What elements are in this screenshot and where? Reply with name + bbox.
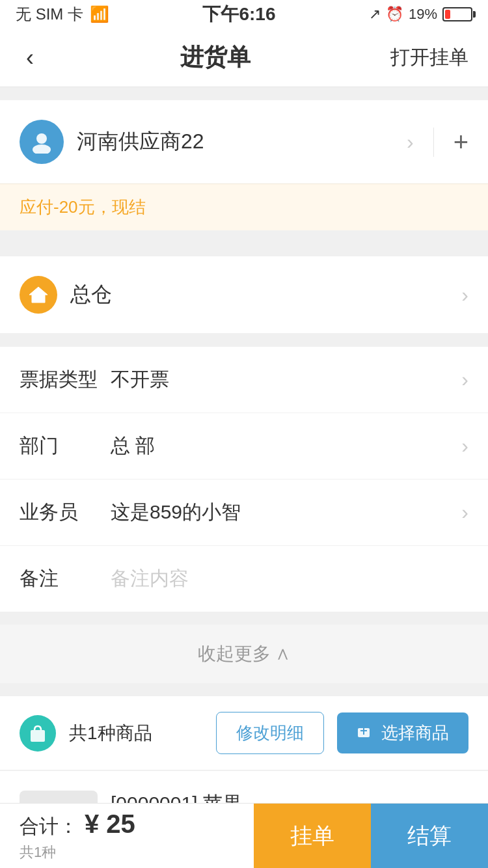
- status-bar-time: 下午6:16: [202, 2, 275, 27]
- modify-detail-button[interactable]: 修改明细: [216, 712, 324, 754]
- sales-label: 业务员: [20, 499, 98, 526]
- chevron-right-icon: ›: [461, 500, 468, 524]
- notice-bar: 应付-20元，现结: [0, 183, 488, 230]
- person-icon: [30, 130, 53, 154]
- chevron-right-icon: ›: [461, 368, 468, 392]
- home-icon: [28, 286, 49, 304]
- total-section: 合计： ¥ 25 共1种: [0, 804, 254, 868]
- supplier-section: 河南供应商22 › + 应付-20元，现结: [0, 100, 488, 230]
- sales-row[interactable]: 业务员 这是859的小智 ›: [0, 479, 488, 545]
- remark-row[interactable]: 备注 备注内容: [0, 545, 488, 612]
- status-bar-left: 无 SIM 卡 📶: [16, 4, 109, 25]
- carrier-label: 无 SIM 卡: [16, 4, 83, 25]
- open-hang-button[interactable]: 打开挂单: [390, 44, 468, 71]
- form-divider: [0, 333, 488, 346]
- remark-label: 备注: [20, 565, 98, 592]
- svg-point-0: [36, 133, 47, 144]
- dept-label: 部门: [20, 433, 98, 459]
- svg-rect-3: [31, 730, 45, 742]
- avatar: [20, 120, 64, 164]
- total-sub: 共1种: [20, 843, 234, 862]
- invoice-label: 票据类型: [20, 366, 98, 393]
- hang-order-button[interactable]: 挂单: [254, 804, 371, 868]
- back-button[interactable]: ‹: [20, 38, 40, 78]
- location-icon: ↗: [369, 6, 381, 23]
- chevron-right-icon: ›: [461, 434, 468, 458]
- dept-row[interactable]: 部门 总 部 ›: [0, 413, 488, 479]
- warehouse-row[interactable]: 总仓 ›: [0, 256, 488, 333]
- select-product-label: 选择商品: [381, 722, 449, 744]
- battery-fill: [445, 10, 450, 19]
- sales-value: 这是859的小智: [98, 499, 461, 526]
- status-bar-right: ↗ ⏰ 19%: [369, 6, 472, 23]
- bottom-bar: 合计： ¥ 25 共1种 挂单 结算: [0, 803, 488, 868]
- collapse-button[interactable]: 收起更多 ∧: [0, 625, 488, 683]
- warehouse-divider: [0, 230, 488, 243]
- chevron-right-icon: ›: [407, 130, 414, 154]
- status-bar: 无 SIM 卡 📶 下午6:16 ↗ ⏰ 19%: [0, 0, 488, 29]
- product-header: 共1种商品 修改明细 选择商品: [0, 696, 488, 770]
- checkout-button[interactable]: 结算: [371, 804, 488, 868]
- svg-marker-2: [29, 287, 47, 303]
- invoice-value: 不开票: [98, 366, 461, 393]
- supplier-name: 河南供应商22: [77, 128, 407, 156]
- product-icon: [20, 715, 56, 752]
- product-count: 共1种商品: [69, 721, 203, 746]
- warehouse-icon: [20, 276, 57, 314]
- total-main: 合计： ¥ 25: [20, 809, 234, 840]
- svg-point-1: [33, 144, 51, 154]
- add-supplier-button[interactable]: +: [433, 128, 468, 157]
- remark-placeholder: 备注内容: [98, 565, 468, 592]
- select-product-button[interactable]: 选择商品: [337, 712, 468, 753]
- nav-bar: ‹ 进货单 打开挂单: [0, 29, 488, 87]
- total-amount: ¥ 25: [85, 809, 135, 839]
- warehouse-name: 总仓: [70, 280, 461, 309]
- form-section: 票据类型 不开票 › 部门 总 部 › 业务员 这是859的小智 › 备注 备注…: [0, 346, 488, 612]
- wifi-icon: 📶: [90, 5, 109, 23]
- total-label: 合计：: [20, 813, 78, 840]
- cart-icon: [357, 726, 375, 741]
- dept-value: 总 部: [98, 433, 461, 459]
- warehouse-section: 总仓 ›: [0, 256, 488, 333]
- bag-icon: [28, 724, 47, 743]
- battery-icon: [442, 7, 472, 21]
- supplier-row[interactable]: 河南供应商22 › +: [0, 100, 488, 183]
- top-divider: [0, 87, 488, 100]
- invoice-row[interactable]: 票据类型 不开票 ›: [0, 346, 488, 413]
- page-title: 进货单: [180, 42, 251, 74]
- chevron-right-icon: ›: [461, 283, 468, 307]
- alarm-icon: ⏰: [386, 6, 403, 23]
- battery-percent: 19%: [409, 6, 437, 23]
